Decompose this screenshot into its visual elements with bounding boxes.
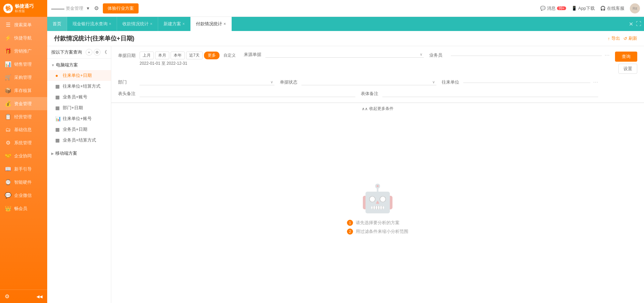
- sidebar-item-search[interactable]: ☰ 搜索菜单: [0, 18, 47, 31]
- sidebar-item-system[interactable]: ⚙ 系统管理: [0, 136, 47, 149]
- settings-icon[interactable]: ⚙: [5, 293, 9, 300]
- date-label: 单据日期: [118, 53, 137, 59]
- tab-receipt-close[interactable]: ×: [150, 22, 152, 26]
- app-download-action[interactable]: 📱 App下载: [572, 5, 595, 11]
- scheme-item-dept-date[interactable]: ▦ 部门+日期: [47, 102, 111, 113]
- empty-hint-1: 1 请先选择要分析的方案: [347, 220, 408, 226]
- scheme-group-desktop-header[interactable]: ▼ 电脑端方案: [47, 60, 111, 70]
- scheme-item-unit-settle[interactable]: ▦ 往来单位+结算方式: [47, 81, 111, 92]
- query-btn[interactable]: 查询: [615, 52, 637, 62]
- online-service-action[interactable]: 🎧 在线客服: [600, 5, 624, 11]
- date-custom[interactable]: 自定义: [221, 52, 238, 59]
- status-dropdown[interactable]: ∨: [301, 79, 436, 85]
- date-this-year[interactable]: 本年: [171, 52, 185, 59]
- date-last-7days[interactable]: 近7天: [186, 52, 203, 59]
- scheme-item-staff-date[interactable]: ▦ 业务员+日期: [47, 124, 111, 135]
- sidebar-item-label: 畅会员: [14, 206, 27, 212]
- sidebar-item-member[interactable]: 👑 畅会员: [0, 202, 47, 215]
- sidebar-item-finance[interactable]: 💰 资金管理: [0, 97, 47, 110]
- tab-home[interactable]: 首页: [47, 17, 67, 31]
- scheme-table-icon: ▦: [55, 84, 61, 89]
- sidebar-item-wechat[interactable]: 💬 企业微信: [0, 189, 47, 202]
- empty-state: 🤖 1 请先选择要分析的方案 2 用过滤条件来缩小分析范围: [111, 114, 644, 303]
- scheme-item-unit-date[interactable]: ● 往来单位+日期: [47, 70, 111, 81]
- filter-section: 单据日期 上月 本月 本年 近7天 更多 自定义: [111, 46, 644, 103]
- scheme-item-label: 往来单位+账号: [63, 116, 92, 122]
- scheme-item-staff-account[interactable]: ▦ 业务员+账号: [47, 92, 111, 102]
- collapse-bar[interactable]: ∧∧ 收起更多条件: [111, 103, 644, 114]
- status-dropdown-arrow: ∨: [432, 80, 435, 84]
- scheme-settings-btn[interactable]: ⚙: [94, 49, 100, 56]
- sidebar-item-label: 企业协同: [14, 153, 32, 159]
- enterprise-icon: 🤝: [5, 153, 11, 159]
- page-header-actions: ↑ 导出 ↺ 刷新: [608, 35, 638, 41]
- message-badge: 99+: [557, 6, 566, 10]
- scheme-group-mobile-header[interactable]: ▶ 移动端方案: [47, 148, 111, 158]
- page-body: 按以下方案查询 + ⚙ 《 ▼ 电脑端方案 ● 往来单位+日期: [47, 46, 644, 303]
- query-settings-group: 查询 设置: [615, 52, 637, 74]
- tab-receipt[interactable]: 收款情况统计 ×: [117, 17, 158, 31]
- topbar-dropdown-icon[interactable]: ▼: [86, 6, 90, 11]
- body-note-input[interactable]: [384, 91, 597, 96]
- staff-dots[interactable]: ···: [605, 52, 610, 59]
- sidebar-item-label: 系统管理: [14, 140, 32, 146]
- tabbar: 首页 现金银行流水查询 × 收款情况统计 × 新建方案 × 付款情况统计 × ✕…: [47, 17, 644, 31]
- sidebar-item-sales[interactable]: 📊 销售管理: [0, 58, 47, 71]
- sidebar-item-hardware[interactable]: ⌚ 智能硬件: [0, 176, 47, 189]
- topbar-gear-icon[interactable]: ⚙: [94, 5, 99, 11]
- export-btn[interactable]: ↑ 导出: [608, 35, 620, 41]
- scheme-collapse-btn[interactable]: 《: [103, 49, 107, 55]
- sidebar-item-basic[interactable]: 🗂 基础信息: [0, 123, 47, 136]
- date-last-month[interactable]: 上月: [140, 52, 154, 59]
- trial-btn[interactable]: 体验行业方案: [103, 3, 139, 13]
- sidebar-item-newguide[interactable]: 📖 新手引导: [0, 162, 47, 176]
- arrow-right-icon: ▶: [51, 152, 54, 155]
- head-note-input-wrap: [140, 90, 355, 97]
- tab-cashflow[interactable]: 现金银行流水查询 ×: [67, 17, 117, 31]
- date-more[interactable]: 更多: [204, 52, 219, 59]
- tab-home-label: 首页: [53, 21, 61, 27]
- sidebar-item-quicknav[interactable]: ⚡ 快捷导航: [0, 31, 47, 44]
- collapse-up-icon: ∧∧: [362, 107, 368, 111]
- head-note-input[interactable]: [141, 91, 354, 96]
- topbar: ▬▬▬ 资金管理 ▼ ⚙ 体验行业方案 💬 消息 99+ 📱 App下载 🎧 在…: [47, 0, 644, 17]
- partner-dropdown[interactable]: [463, 81, 590, 83]
- sidebar-item-enterprise[interactable]: 🤝 企业协同: [0, 149, 47, 162]
- sidebar-item-label: 智能硬件: [14, 179, 32, 185]
- message-action[interactable]: 💬 消息 99+: [540, 5, 566, 11]
- scheme-table-icon5: ▦: [55, 138, 61, 143]
- tab-cashflow-close[interactable]: ×: [109, 22, 111, 26]
- source-dropdown[interactable]: ∨: [265, 52, 424, 58]
- sidebar-item-operation[interactable]: 📋 经营管理: [0, 110, 47, 123]
- scheme-table-icon2: ▦: [55, 94, 61, 100]
- staff-dropdown[interactable]: [451, 54, 602, 56]
- sidebar-item-label: 企业微信: [14, 192, 32, 199]
- close-all-tabs-icon[interactable]: ✕: [629, 21, 633, 27]
- scheme-item-staff-settle[interactable]: ▦ 业务员+结算方式: [47, 135, 111, 146]
- scheme-table-icon4: ▦: [55, 127, 61, 132]
- refresh-btn[interactable]: ↺ 刷新: [623, 35, 637, 41]
- dept-dropdown[interactable]: ∨: [140, 79, 274, 85]
- source-label: 来源单据: [244, 52, 263, 58]
- collapse-sidebar-icon[interactable]: ◀◀: [36, 294, 42, 299]
- main-area: ▬▬▬ 资金管理 ▼ ⚙ 体验行业方案 💬 消息 99+ 📱 App下载 🎧 在…: [47, 0, 644, 303]
- expand-tab-icon[interactable]: ⛶: [636, 21, 641, 27]
- tab-payment[interactable]: 付款情况统计 ×: [191, 17, 232, 31]
- add-scheme-btn[interactable]: +: [86, 49, 92, 56]
- scheme-item-unit-account[interactable]: 📊 往来单位+账号: [47, 113, 111, 124]
- partner-dots[interactable]: ···: [593, 79, 598, 86]
- export-icon: ↑: [608, 36, 610, 41]
- tab-newscheme[interactable]: 新建方案 ×: [158, 17, 191, 31]
- tab-payment-close[interactable]: ×: [224, 22, 226, 26]
- sidebar-item-inventory[interactable]: 📦 库存核算: [0, 84, 47, 97]
- empty-hints: 1 请先选择要分析的方案 2 用过滤条件来缩小分析范围: [347, 220, 408, 235]
- sidebar-item-marketing[interactable]: 🎁 营销推广: [0, 44, 47, 58]
- source-dropdown-arrow: ∨: [420, 52, 422, 57]
- date-this-month[interactable]: 本月: [155, 52, 169, 59]
- avatar[interactable]: Rit: [630, 3, 640, 13]
- filter-settings-btn[interactable]: 设置: [618, 64, 637, 74]
- tab-newscheme-close[interactable]: ×: [182, 22, 185, 26]
- sidebar-item-purchase[interactable]: 🛒 采购管理: [0, 71, 47, 84]
- status-label: 单据状态: [280, 79, 299, 85]
- search-menu-icon: ☰: [5, 22, 11, 28]
